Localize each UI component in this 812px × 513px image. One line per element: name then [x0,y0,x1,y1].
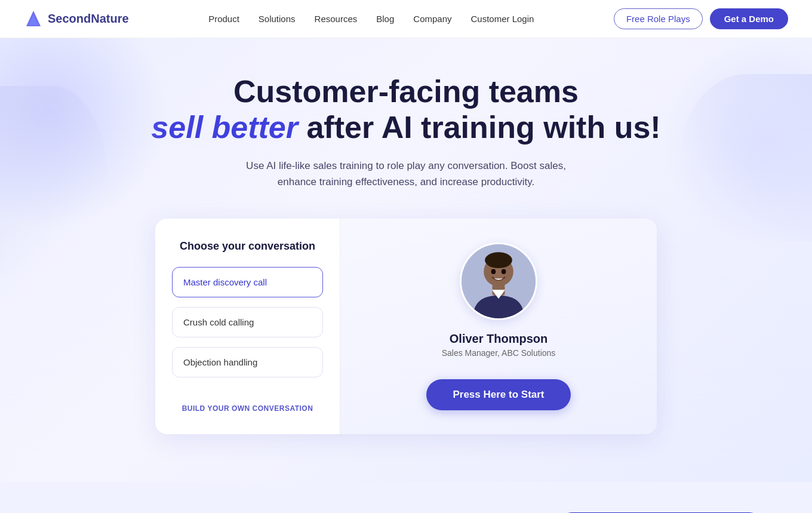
hero-title-line1: Customer-facing teams [24,74,788,110]
logo-text: SecondNature [48,12,129,26]
hero-section: Customer-facing teams sell better after … [0,38,812,482]
logo[interactable]: SecondNature [24,10,129,29]
hero-subtitle: Use AI life-like sales training to role … [227,158,585,190]
svg-point-8 [502,269,506,274]
option-discovery-call[interactable]: Master discovery call [172,267,323,297]
nav-customer-login[interactable]: Customer Login [471,14,534,24]
build-own-conversation-link[interactable]: BUILD YOUR OWN CONVERSATION [172,404,323,413]
start-button[interactable]: Press Here to Start [426,379,570,410]
bottom-section: World-class companies choose Second Natu… [0,482,812,513]
card-right: Oliver Thompson Sales Manager, ABC Solut… [340,219,657,434]
logo-icon [24,10,43,29]
hero-highlight: sell better [151,110,298,145]
hero-title-line2: sell better after AI training with us! [24,110,788,146]
conversation-card: Choose your conversation Master discover… [155,219,657,434]
navbar: SecondNature Product Solutions Resources… [0,0,812,38]
person-role: Sales Manager, ABC Solutions [442,348,556,358]
nav-solutions[interactable]: Solutions [259,14,296,24]
nav-actions: Free Role Plays Get a Demo [614,8,788,29]
card-left: Choose your conversation Master discover… [155,219,340,434]
nav-product[interactable]: Product [208,14,239,24]
nav-blog[interactable]: Blog [376,14,394,24]
avatar-image [462,242,536,320]
nav-company[interactable]: Company [413,14,451,24]
free-role-plays-button[interactable]: Free Role Plays [614,8,703,29]
option-cold-calling[interactable]: Crush cold calling [172,307,323,337]
option-objection-handling[interactable]: Objection handling [172,347,323,377]
bottom-text: World-class companies choose Second Natu… [48,511,346,513]
nav-links: Product Solutions Resources Blog Company… [208,14,534,24]
svg-point-6 [485,252,512,268]
avatar [460,242,537,320]
person-name: Oliver Thompson [450,332,548,346]
svg-point-7 [491,269,496,274]
choose-label: Choose your conversation [172,240,323,253]
nav-resources[interactable]: Resources [315,14,358,24]
get-demo-button[interactable]: Get a Demo [710,8,788,29]
